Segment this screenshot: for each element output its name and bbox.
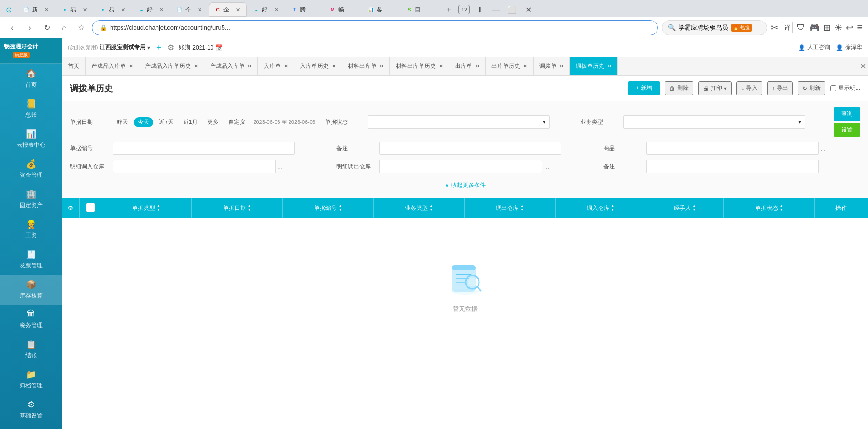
- shield-icon[interactable]: 🛡: [797, 22, 805, 33]
- app-tab-transfer-history-close[interactable]: ✕: [607, 63, 612, 69]
- col-doc-status[interactable]: 单据状态 ▲▼: [724, 198, 815, 218]
- forward-button[interactable]: ›: [23, 21, 36, 34]
- game-icon[interactable]: 🎮: [809, 22, 820, 33]
- date-btn-7days[interactable]: 近7天: [155, 117, 178, 127]
- settings-action-button[interactable]: 设置: [834, 123, 860, 137]
- app-tab-inbound-close[interactable]: ✕: [284, 63, 288, 69]
- app-tab-outbound-close[interactable]: ✕: [475, 63, 479, 69]
- app-tab-material-outbound-history-close[interactable]: ✕: [439, 63, 443, 69]
- app-tab-product-inbound-history[interactable]: 产成品入库单历史 ✕: [139, 57, 204, 76]
- print-button[interactable]: 🖨 打印 ▾: [698, 81, 732, 95]
- app-tab-transfer-history[interactable]: 调拨单历史 ✕: [570, 57, 618, 76]
- reload-button[interactable]: ↻: [40, 21, 54, 34]
- status-dropdown[interactable]: ▾: [368, 115, 550, 129]
- date-btn-1month[interactable]: 近1月: [179, 117, 202, 127]
- browser-tab-1[interactable]: 📄 新... ✕: [17, 2, 56, 17]
- company-selector[interactable]: (勿删勿禁用) 江西服宝测试专用 ▾: [68, 44, 150, 52]
- sidebar-item-tax[interactable]: 🏛 税务管理: [0, 305, 62, 334]
- refresh-button[interactable]: ↻ 刷新: [798, 81, 825, 95]
- browser-tab-5-close[interactable]: ✕: [198, 7, 202, 13]
- browser-tab-2[interactable]: ✦ 易... ✕: [56, 2, 94, 17]
- browser-tab-6[interactable]: C 企... ✕: [209, 2, 247, 17]
- browser-tab-8[interactable]: T 腾...: [285, 2, 323, 17]
- undo-icon[interactable]: ↩: [846, 22, 853, 33]
- bookmark-button[interactable]: ☆: [75, 21, 88, 34]
- app-tab-material-outbound-close[interactable]: ✕: [379, 63, 384, 69]
- detail-out-warehouse-input[interactable]: [379, 160, 542, 173]
- cut-icon[interactable]: ✂: [771, 22, 778, 33]
- app-tab-inbound-history[interactable]: 入库单历史 ✕: [294, 57, 342, 76]
- sidebar-item-guide[interactable]: 📖 新手引导: [0, 425, 62, 429]
- app-tab-product-inbound-2[interactable]: 产成品入库单 ✕: [204, 57, 258, 76]
- date-btn-today[interactable]: 今天: [134, 117, 153, 127]
- collapse-filter-button[interactable]: ∧ 收起更多条件: [70, 178, 860, 192]
- browser-tab-1-close[interactable]: ✕: [45, 7, 49, 13]
- detail-in-warehouse-dots[interactable]: ...: [278, 163, 283, 170]
- home-button[interactable]: ⌂: [57, 21, 71, 34]
- delete-button[interactable]: 🗑 删除: [665, 81, 693, 95]
- period-selector[interactable]: 账期 2021-10 📅: [179, 44, 223, 52]
- app-tab-inbound-history-close[interactable]: ✕: [332, 63, 336, 69]
- browser-search-bar[interactable]: 🔍 学霸应聘场驱鸟员 🔥 热搜: [662, 20, 767, 35]
- app-tab-outbound-history[interactable]: 出库单历史 ✕: [486, 57, 534, 76]
- browser-tab-11[interactable]: S 目...: [400, 2, 438, 17]
- detail-out-warehouse-dots[interactable]: ...: [544, 163, 549, 170]
- note-input[interactable]: [379, 142, 561, 155]
- goods-input[interactable]: [646, 142, 819, 155]
- col-doc-no[interactable]: 单据编号 ▲▼: [283, 198, 374, 218]
- browser-tab-3[interactable]: ✦ 易... ✕: [94, 2, 132, 17]
- downloads-button[interactable]: ⬇: [473, 3, 486, 16]
- back-button[interactable]: ‹: [6, 21, 19, 34]
- col-business-type[interactable]: 业务类型 ▲▼: [374, 198, 465, 218]
- app-tab-product-inbound-close[interactable]: ✕: [129, 63, 133, 69]
- col-out-warehouse[interactable]: 调出仓库 ▲▼: [464, 198, 555, 218]
- import-button[interactable]: ↓ 导入: [736, 81, 762, 95]
- sidebar-item-settings[interactable]: ⚙ 基础设置: [0, 395, 62, 425]
- goods-dots[interactable]: ...: [821, 145, 826, 152]
- browser-tab-4[interactable]: ☁ 好... ✕: [132, 2, 170, 17]
- app-tab-material-outbound-history[interactable]: 材料出库单历史 ✕: [390, 57, 449, 76]
- new-tab-button[interactable]: ＋: [442, 3, 456, 16]
- url-bar[interactable]: 🔒 https://cloud.chanjet.com/accounting/u…: [92, 20, 658, 35]
- business-type-dropdown[interactable]: ▾: [623, 115, 805, 129]
- doc-no-input[interactable]: [113, 142, 295, 155]
- sidebar-item-fixed-assets[interactable]: 🏢 固定资产: [0, 184, 62, 214]
- app-tab-transfer[interactable]: 调拨单 ✕: [534, 57, 570, 76]
- col-handler[interactable]: 经手人 ▲▼: [646, 198, 724, 218]
- col-settings[interactable]: ⚙: [62, 198, 79, 218]
- app-tab-inbound[interactable]: 入库单 ✕: [258, 57, 294, 76]
- app-tab-material-outbound[interactable]: 材料出库单 ✕: [342, 57, 390, 76]
- browser-tab-2-close[interactable]: ✕: [83, 7, 87, 13]
- translate-icon[interactable]: 译: [782, 22, 793, 33]
- display-toggle[interactable]: 显示明...: [830, 84, 860, 92]
- app-tab-product-inbound-history-close[interactable]: ✕: [194, 63, 198, 69]
- app-tab-outbound-history-close[interactable]: ✕: [523, 63, 527, 69]
- select-all-checkbox[interactable]: [86, 203, 95, 212]
- sidebar-item-inventory[interactable]: 📦 库存核算: [0, 275, 62, 305]
- browser-tab-7-close[interactable]: ✕: [274, 7, 278, 13]
- browser-tab-4-close[interactable]: ✕: [159, 7, 164, 13]
- table-settings-icon[interactable]: ⚙: [68, 205, 73, 211]
- app-tab-product-inbound-2-close[interactable]: ✕: [247, 63, 252, 69]
- consultant-button[interactable]: 👤 人工咨询: [798, 44, 830, 52]
- col-checkbox[interactable]: [79, 198, 101, 218]
- browser-tab-3-close[interactable]: ✕: [121, 7, 125, 13]
- settings-gear-button[interactable]: ⚙: [167, 43, 174, 52]
- add-company-button[interactable]: ＋: [155, 43, 163, 53]
- date-btn-custom[interactable]: 自定义: [224, 117, 249, 127]
- close-window-button[interactable]: ✕: [522, 3, 535, 16]
- sidebar-item-ledger[interactable]: 📒 总账: [0, 94, 62, 124]
- tab-count-button[interactable]: 12: [458, 5, 470, 14]
- app-tab-home[interactable]: 首页: [62, 57, 86, 76]
- display-toggle-checkbox[interactable]: [830, 85, 836, 91]
- browser-tab-6-close[interactable]: ✕: [236, 7, 240, 13]
- grid-icon[interactable]: ⊞: [823, 22, 831, 33]
- sidebar-item-invoice[interactable]: 🧾 发票管理: [0, 244, 62, 275]
- browser-tab-5[interactable]: 📄 个... ✕: [170, 2, 209, 17]
- close-all-tabs-icon[interactable]: ✕: [860, 62, 866, 70]
- detail-note-input[interactable]: [646, 160, 819, 173]
- maximize-button[interactable]: ⬜: [505, 3, 519, 16]
- browser-tab-9[interactable]: M 畅...: [323, 2, 362, 17]
- date-btn-yesterday[interactable]: 昨天: [113, 117, 132, 127]
- col-doc-type[interactable]: 单据类型 ▲▼: [101, 198, 192, 218]
